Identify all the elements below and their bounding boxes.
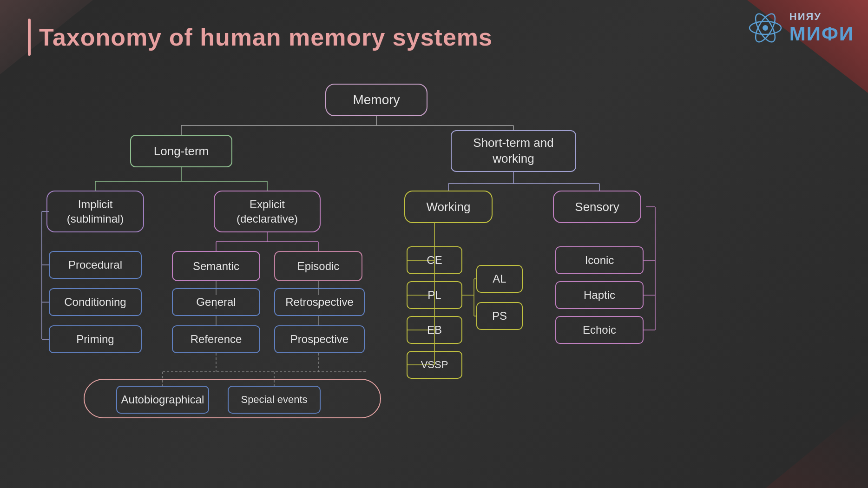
node-working: Working	[404, 191, 493, 223]
node-priming: Priming	[49, 325, 142, 353]
node-ps: PS	[476, 302, 523, 330]
svg-point-0	[763, 25, 768, 31]
diagram: Memory Long-term Short-term and working …	[0, 70, 868, 474]
logo-niyau: НИЯУ	[789, 11, 822, 23]
node-pl: PL	[407, 281, 462, 309]
node-reference: Reference	[172, 325, 260, 353]
node-retrospective: Retrospective	[274, 288, 365, 316]
node-explicit: Explicit (declarative)	[214, 191, 321, 232]
node-shortterm: Short-term and working	[451, 130, 576, 172]
node-conditioning: Conditioning	[49, 288, 142, 316]
node-implicit: Implicit (subliminal)	[46, 191, 144, 232]
node-prospective: Prospective	[274, 325, 365, 353]
title-bar: Taxonomy of human memory systems	[28, 19, 493, 56]
node-eb: EB	[407, 316, 462, 344]
node-memory: Memory	[325, 84, 427, 116]
node-longterm: Long-term	[130, 135, 232, 167]
logo: НИЯУ МИФИ	[747, 9, 854, 46]
node-semantic: Semantic	[172, 251, 260, 281]
node-special: Special events	[228, 386, 321, 414]
node-procedural: Procedural	[49, 251, 142, 279]
logo-text: НИЯУ МИФИ	[789, 11, 854, 45]
node-haptic: Haptic	[555, 281, 644, 309]
node-sensory: Sensory	[553, 191, 641, 223]
title-accent	[28, 19, 31, 56]
node-al: AL	[476, 265, 523, 293]
page-title: Taxonomy of human memory systems	[39, 23, 493, 51]
atom-icon	[747, 9, 784, 46]
logo-mifi: МИФИ	[789, 23, 854, 45]
node-general: General	[172, 288, 260, 316]
node-vssp: VSSP	[407, 351, 462, 379]
node-autobiographical: Autobiographical	[116, 386, 209, 414]
node-echoic: Echoic	[555, 316, 644, 344]
node-iconic: Iconic	[555, 246, 644, 274]
node-ce: CE	[407, 246, 462, 274]
node-episodic: Episodic	[274, 251, 362, 281]
